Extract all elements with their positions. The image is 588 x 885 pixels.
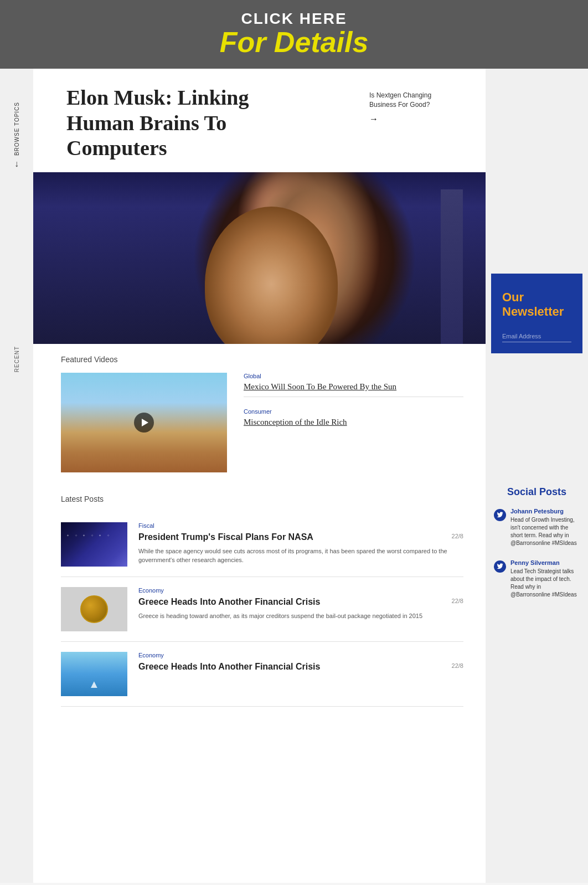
newsletter-box: Our Newsletter — [491, 274, 582, 353]
post-thumbnail-nasa-image — [61, 522, 127, 567]
post-excerpt-1: While the space agency would see cuts ac… — [138, 547, 463, 565]
hero-image-face — [33, 172, 486, 344]
featured-videos-title: Featured Videos — [61, 355, 463, 364]
video-item-1[interactable]: Global Mexico Will Soon To Be Powered By… — [244, 373, 463, 398]
post-title-1: President Trump's Fiscal Plans For NASA — [138, 532, 313, 543]
social-post-text-2: Lead Tech Strategist talks about the imp… — [510, 568, 580, 599]
video-thumbnail[interactable] — [61, 373, 227, 472]
banner-bottom-text: For Details — [6, 28, 582, 56]
video-title-2: Misconception of the Idle Rich — [244, 417, 463, 428]
post-thumbnail-coin-image — [61, 587, 127, 631]
post-title-3: Greece Heads Into Another Financial Cris… — [138, 661, 320, 673]
post-title-row-3: Greece Heads Into Another Financial Cris… — [138, 661, 463, 673]
post-title-2: Greece Heads Into Another Financial Cris… — [138, 596, 320, 608]
posts-list: Fiscal President Trump's Fiscal Plans Fo… — [61, 512, 463, 707]
video-item-2[interactable]: Consumer Misconception of the Idle Rich — [244, 408, 463, 428]
post-excerpt-2: Greece is heading toward another, as its… — [138, 611, 463, 621]
post-category-3: Economy — [138, 652, 463, 658]
latest-posts-section: Latest Posts Fiscal President Trump's Fi… — [33, 483, 486, 718]
hero-section: Elon Musk: Linking Human Brains To Compu… — [33, 69, 486, 172]
social-post-text-1: Head of Growth Investing, isn't concerne… — [510, 516, 580, 547]
twitter-icon-1 — [494, 509, 506, 521]
post-item-2[interactable]: Economy Greece Heads Into Another Financ… — [61, 577, 463, 642]
browse-topics-label: Browse Topics — [14, 102, 20, 156]
main-content: Elon Musk: Linking Human Brains To Compu… — [33, 69, 486, 883]
post-item-1[interactable]: Fiscal President Trump's Fiscal Plans Fo… — [61, 512, 463, 577]
social-post-author-1[interactable]: Johann Petesburg — [510, 508, 580, 514]
video-play-button[interactable] — [134, 413, 154, 433]
post-title-row-1: President Trump's Fiscal Plans For NASA … — [138, 532, 463, 543]
social-posts-section: Social Posts Johann Petesburg Head of Gr… — [491, 486, 582, 599]
post-date-3: 22/8 — [452, 662, 463, 669]
post-meta-2: Economy Greece Heads Into Another Financ… — [138, 587, 463, 631]
post-date-2: 22/8 — [452, 598, 463, 604]
featured-videos-grid: Global Mexico Will Soon To Be Powered By… — [61, 373, 463, 472]
post-meta-3: Economy Greece Heads Into Another Financ… — [138, 652, 463, 696]
social-post-content-1: Johann Petesburg Head of Growth Investin… — [510, 508, 580, 547]
page-container: Browse Topics ↓ Recent Elon Musk: Linkin… — [0, 69, 588, 883]
video-list: Global Mexico Will Soon To Be Powered By… — [244, 373, 463, 472]
post-date-1: 22/8 — [452, 533, 463, 539]
banner-top-text: CLICK HERE — [6, 10, 582, 28]
hero-image[interactable] — [33, 172, 486, 344]
banner[interactable]: CLICK HERE For Details — [0, 0, 588, 69]
hero-side-arrow-icon[interactable]: → — [369, 114, 458, 124]
video-title-1: Mexico Will Soon To Be Powered By the Su… — [244, 382, 463, 393]
twitter-icon-2 — [494, 560, 506, 573]
post-thumbnail-3 — [61, 652, 127, 696]
post-thumbnail-blue-image — [61, 652, 127, 696]
newsletter-email-input[interactable] — [502, 331, 571, 342]
hero-title[interactable]: Elon Musk: Linking Human Brains To Compu… — [66, 85, 266, 161]
recent-label: Recent — [14, 346, 20, 372]
post-title-row-2: Greece Heads Into Another Financial Cris… — [138, 596, 463, 608]
social-post-item-2: Penny Silverman Lead Tech Strategist tal… — [494, 559, 580, 599]
video-category-1: Global — [244, 373, 463, 379]
browse-topics-button[interactable]: Browse Topics ↓ — [14, 102, 20, 169]
browse-topics-arrow-icon: ↓ — [14, 159, 19, 169]
video-divider-1 — [244, 397, 463, 397]
hero-side-text: Is Nextgen Changing Business For Good? — [369, 91, 458, 110]
newsletter-title: Our Newsletter — [502, 290, 571, 320]
left-sidebar: Browse Topics ↓ Recent — [0, 69, 33, 883]
social-posts-title: Social Posts — [494, 486, 580, 498]
social-post-content-2: Penny Silverman Lead Tech Strategist tal… — [510, 559, 580, 599]
latest-posts-title: Latest Posts — [61, 495, 463, 503]
post-category-1: Fiscal — [138, 522, 463, 529]
post-category-2: Economy — [138, 587, 463, 594]
video-category-2: Consumer — [244, 408, 463, 415]
post-meta-1: Fiscal President Trump's Fiscal Plans Fo… — [138, 522, 463, 567]
featured-videos-section: Featured Videos Global Mexico Will Soon … — [33, 344, 486, 483]
social-post-item-1: Johann Petesburg Head of Growth Investin… — [494, 508, 580, 547]
hero-side-info: Is Nextgen Changing Business For Good? → — [369, 85, 458, 124]
post-item-3[interactable]: Economy Greece Heads Into Another Financ… — [61, 642, 463, 707]
post-thumbnail-2 — [61, 587, 127, 631]
twitter-bird-icon-1 — [497, 512, 503, 518]
post-thumbnail-1 — [61, 522, 127, 567]
right-sidebar: Our Newsletter Social Posts Johann Petes… — [486, 69, 588, 883]
social-post-author-2[interactable]: Penny Silverman — [510, 559, 580, 566]
twitter-bird-icon-2 — [497, 563, 503, 570]
coin-icon — [80, 595, 108, 623]
